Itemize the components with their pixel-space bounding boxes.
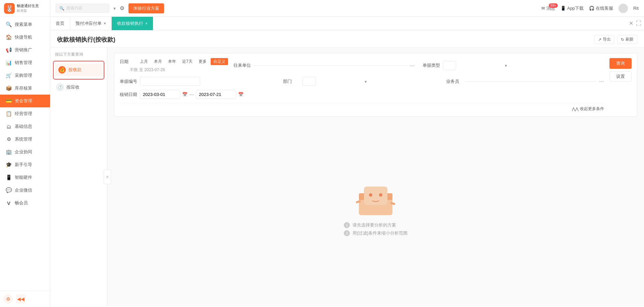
- message-button[interactable]: ✉ 消息 99+: [541, 5, 555, 11]
- sidebar-item-label: 智能硬件: [15, 174, 32, 181]
- counterparty-picker-icon[interactable]: ···: [410, 62, 415, 69]
- settings-icon[interactable]: ⚙: [3, 294, 13, 304]
- date-btn-last-month[interactable]: 上月: [138, 58, 150, 65]
- refresh-button[interactable]: ↻ 刷新: [617, 35, 637, 44]
- export-button[interactable]: ↗ 导出: [594, 35, 614, 44]
- app-edition: 标准版: [17, 8, 39, 13]
- verify-date-start-input[interactable]: [140, 90, 180, 99]
- date-btn-more[interactable]: 更多: [197, 58, 209, 65]
- sidebar-item-enterprise[interactable]: 🏢 企业协同: [0, 146, 50, 158]
- doc-num-input[interactable]: [140, 77, 200, 86]
- collapse-more-button[interactable]: ⋀⋀ 收起更多条件: [120, 103, 604, 112]
- tab-home[interactable]: 首页: [50, 17, 70, 30]
- filter-item-by-receivable[interactable]: 🕐 按应收: [53, 81, 104, 94]
- sidebar-item-label: 采购管理: [15, 72, 32, 79]
- verify-date-range: 📅 — 📅: [140, 90, 244, 99]
- gear-icon[interactable]: ⚙: [120, 5, 124, 11]
- date-btn-7days[interactable]: 近7天: [180, 58, 195, 65]
- doc-type-select[interactable]: [443, 61, 456, 70]
- doc-type-field: 单据类型: [423, 61, 604, 70]
- tab-collect-close-icon[interactable]: ×: [145, 21, 148, 26]
- chevron-up-icon: ⋀⋀: [572, 107, 579, 111]
- refresh-label: 刷新: [626, 37, 634, 42]
- username: Rit: [633, 6, 639, 11]
- enterprise-icon: 🏢: [5, 149, 12, 155]
- verify-date-end-input[interactable]: [196, 90, 236, 99]
- sidebar-item-basic-info[interactable]: 🗂 基础信息: [0, 120, 50, 133]
- date-to: 至 2023-07-26: [139, 67, 165, 73]
- inventory-icon: 📦: [5, 85, 12, 91]
- tab-collect[interactable]: 收款核销执行 ×: [112, 17, 153, 30]
- verify-date-end-cal-icon[interactable]: 📅: [238, 92, 244, 97]
- date-btn-this-year[interactable]: 本年: [166, 58, 178, 65]
- topbar: 🔍 搜索内容 ▾ ⚙ 休验行业方案 ✉ 消息 99+ 📱 App下载 🎧 在线客…: [50, 0, 644, 17]
- app-download-button[interactable]: 📱 App下载: [560, 5, 584, 11]
- refresh-icon: ↻: [621, 37, 624, 42]
- filter-collapse-button[interactable]: »: [104, 169, 111, 184]
- online-service-button[interactable]: 🎧 在线客服: [589, 5, 613, 11]
- maximize-icon[interactable]: ⛶: [636, 20, 641, 27]
- sidebar-item-operation[interactable]: 📋 经营管理: [0, 107, 50, 120]
- date-btn-this-month[interactable]: 本月: [152, 58, 164, 65]
- sidebar-item-quick-nav[interactable]: 🏠 快捷导航: [0, 31, 50, 44]
- settings-button[interactable]: 设置: [609, 71, 632, 82]
- sidebar-item-inventory[interactable]: 📦 库存核算: [0, 82, 50, 95]
- tabbar: 首页 预付冲应付单 × 收款核销执行 × ✕ ⛶: [50, 17, 644, 30]
- message-badge: 99+: [549, 3, 558, 8]
- collapse-more-label: 收起更多条件: [580, 106, 604, 112]
- query-form: 日期 上月 本月 本年 近7天 更多 自定义: [120, 58, 632, 112]
- date-buttons: 上月 本月 本年 近7天 更多 自定义: [138, 58, 228, 65]
- filter-title: 按以下方案查询: [53, 52, 104, 57]
- staff-field: 业务员 ···: [446, 78, 604, 85]
- service-icon: 🎧: [589, 6, 594, 11]
- tab-collect-label: 收款核销执行: [117, 20, 143, 27]
- sidebar-item-finance[interactable]: 💳 资金管理: [0, 95, 50, 107]
- sidebar-item-marketing[interactable]: 📢 营销推广: [0, 44, 50, 56]
- sidebar-item-vip[interactable]: V 畅会员: [0, 197, 50, 209]
- sidebar-item-label: 畅会员: [15, 200, 28, 206]
- search-placeholder: 搜索内容: [66, 5, 83, 11]
- svg-point-4: [379, 193, 382, 197]
- sidebar-item-search[interactable]: 🔍 搜索菜单: [0, 18, 50, 31]
- sidebar-item-label: 库存核算: [15, 85, 32, 91]
- search-icon: 🔍: [59, 6, 64, 11]
- dept-select[interactable]: [303, 77, 316, 86]
- sidebar-item-label: 经营管理: [15, 111, 32, 117]
- query-row-2: 单据编号 部门: [120, 77, 604, 86]
- expand-icon[interactable]: ▾: [113, 6, 116, 11]
- date-btn-custom[interactable]: 自定义: [211, 58, 228, 65]
- staff-picker-icon[interactable]: ···: [599, 78, 604, 85]
- export-label: 导出: [603, 37, 611, 42]
- doc-num-field: 单据编号: [120, 77, 278, 86]
- sidebar-item-label: 快捷导航: [15, 34, 32, 40]
- tab-prepay[interactable]: 预付冲应付单 ×: [70, 17, 112, 30]
- counterparty-label: 往来单位: [233, 62, 251, 68]
- verify-date-start-cal-icon[interactable]: 📅: [182, 92, 187, 97]
- query-button[interactable]: 查询: [609, 58, 632, 69]
- date-range-separator: —: [190, 92, 194, 97]
- search-input-box[interactable]: 🔍 搜索内容: [56, 4, 109, 13]
- close-tab-icon[interactable]: ✕: [629, 20, 633, 27]
- user-avatar[interactable]: [619, 4, 628, 13]
- finance-icon: 💳: [5, 98, 12, 104]
- sidebar-item-hardware[interactable]: 📱 智能硬件: [0, 171, 50, 184]
- tab-prepay-label: 预付冲应付单: [75, 20, 102, 27]
- dept-label: 部门: [283, 79, 300, 85]
- app-name: 畅捷通好生意: [17, 3, 39, 8]
- sidebar-collapse-button[interactable]: ◀◀: [16, 294, 25, 304]
- filter-item-by-receipt[interactable]: 💰 按收款: [55, 63, 102, 76]
- sidebar-item-sales[interactable]: 📊 销售管理: [0, 56, 50, 69]
- tab-prepay-close-icon[interactable]: ×: [104, 21, 106, 26]
- industry-solution-button[interactable]: 休验行业方案: [128, 3, 164, 13]
- sidebar-item-guide[interactable]: 🎓 新手引导: [0, 158, 50, 171]
- sidebar-item-wechat[interactable]: 💬 企业微信: [0, 184, 50, 197]
- dept-field: 部门: [283, 77, 441, 86]
- hardware-icon: 📱: [5, 174, 12, 181]
- tab-home-label: 首页: [56, 20, 64, 27]
- sidebar-item-system[interactable]: ⚙ 系统管理: [0, 133, 50, 146]
- date-label: 日期: [120, 59, 137, 65]
- sidebar-item-label: 基础信息: [15, 123, 32, 130]
- sidebar-item-purchase[interactable]: 🛒 采购管理: [0, 69, 50, 82]
- empty-hints: 1 请先选择要分析的方案 2 用[过滤]条件来缩小分析范围: [344, 222, 407, 238]
- staff-label: 业务员: [446, 79, 463, 85]
